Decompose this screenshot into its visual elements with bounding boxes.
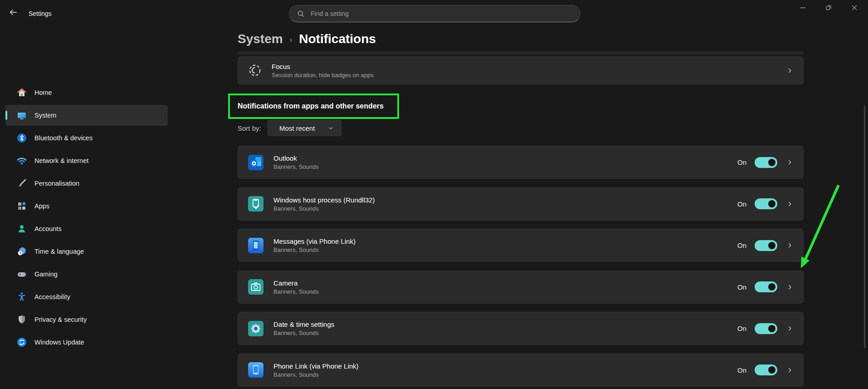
toggle-state-label: On xyxy=(737,241,746,249)
search-icon xyxy=(297,10,305,18)
sidebar-item-privacy-security[interactable]: Privacy & security xyxy=(5,309,168,330)
bluetooth-icon xyxy=(16,133,27,143)
app-row-outlook[interactable]: Outlook Banners, Sounds On xyxy=(238,146,804,179)
sidebar-item-label: Bluetooth & devices xyxy=(34,134,93,142)
phone-link-app-icon xyxy=(248,362,263,378)
sidebar-item-label: Windows Update xyxy=(34,339,84,346)
breadcrumb-separator: › xyxy=(290,34,293,44)
sidebar-item-system[interactable]: System xyxy=(5,105,168,126)
search-box[interactable] xyxy=(289,5,580,22)
chevron-right-icon[interactable] xyxy=(786,159,793,166)
notification-toggle[interactable] xyxy=(755,240,777,251)
sidebar-item-home[interactable]: Home xyxy=(5,82,168,103)
app-row-date-time[interactable]: Date & time settings Banners, Sounds On xyxy=(238,312,804,345)
back-arrow-icon xyxy=(8,7,18,17)
sidebar-item-label: Accounts xyxy=(34,225,62,232)
chevron-right-icon xyxy=(786,67,793,74)
back-button[interactable] xyxy=(6,6,20,18)
toggle-knob xyxy=(768,366,775,374)
restore-button[interactable] xyxy=(815,0,841,15)
sidebar-nav: Home System Bluetooth & devices Network … xyxy=(5,82,168,353)
focus-subtitle: Session duration, hide badges on apps xyxy=(272,72,374,79)
notification-toggle[interactable] xyxy=(755,364,777,375)
chevron-right-icon[interactable] xyxy=(786,201,793,207)
app-subtitle: Banners, Sounds xyxy=(273,246,356,253)
page-title: Notifications xyxy=(299,32,376,46)
app-row-phone-link[interactable]: Phone Link (via Phone Link) Banners, Sou… xyxy=(238,354,804,387)
sidebar-item-label: Gaming xyxy=(34,271,58,278)
minimize-button[interactable] xyxy=(790,0,815,15)
close-button[interactable] xyxy=(841,0,867,15)
network-icon xyxy=(16,155,27,166)
app-name: Windows host process (Rundll32) xyxy=(273,196,375,204)
sidebar-item-label: Personalisation xyxy=(34,180,79,187)
toggle-state-label: On xyxy=(737,158,746,166)
toggle-knob xyxy=(768,283,775,291)
toggle-knob xyxy=(768,325,775,332)
sort-dropdown-value: Most recent xyxy=(279,124,315,132)
accounts-icon xyxy=(16,223,27,234)
toggle-state-label: On xyxy=(737,325,746,332)
app-subtitle: Banners, Sounds xyxy=(273,330,334,336)
selected-indicator xyxy=(5,111,7,120)
app-title: Settings xyxy=(29,10,52,17)
toggle-knob xyxy=(768,200,775,207)
app-name: Phone Link (via Phone Link) xyxy=(273,362,359,370)
sidebar-item-network[interactable]: Network & internet xyxy=(5,150,168,171)
sidebar-item-label: Time & language xyxy=(34,248,84,255)
sidebar-item-windows-update[interactable]: Windows Update xyxy=(5,332,168,353)
toggle-knob xyxy=(768,159,775,166)
chevron-right-icon[interactable] xyxy=(786,367,793,374)
chevron-right-icon[interactable] xyxy=(786,284,793,291)
notification-toggle[interactable] xyxy=(755,198,777,209)
messages-app-icon xyxy=(248,238,263,253)
app-name: Camera xyxy=(273,279,319,287)
sidebar-item-label: System xyxy=(34,112,56,119)
app-row-messages[interactable]: Messages (via Phone Link) Banners, Sound… xyxy=(238,229,804,262)
sidebar-item-label: Network & internet xyxy=(34,157,88,164)
date-time-app-icon xyxy=(248,321,263,336)
personalisation-icon xyxy=(16,178,27,189)
apps-icon xyxy=(16,201,27,212)
app-row-host-process[interactable]: Windows host process (Rundll32) Banners,… xyxy=(238,187,804,221)
app-row-camera[interactable]: Camera Banners, Sounds On xyxy=(238,271,804,304)
sidebar-item-bluetooth[interactable]: Bluetooth & devices xyxy=(5,128,168,148)
chevron-down-icon xyxy=(328,125,334,131)
focus-row[interactable]: Focus Session duration, hide badges on a… xyxy=(238,56,804,84)
notification-toggle[interactable] xyxy=(755,323,777,334)
sort-by-label: Sort by: xyxy=(238,124,261,132)
sidebar-item-accessibility[interactable]: Accessibility xyxy=(5,286,168,307)
sidebar-item-label: Accessibility xyxy=(34,293,70,300)
focus-title: Focus xyxy=(272,63,374,70)
sidebar-item-personalisation[interactable]: Personalisation xyxy=(5,173,168,194)
sidebar-item-label: Apps xyxy=(34,202,49,210)
toggle-state-label: On xyxy=(737,283,746,291)
app-subtitle: Banners, Sounds xyxy=(273,288,319,295)
toggle-state-label: On xyxy=(737,200,746,208)
chevron-right-icon[interactable] xyxy=(786,325,793,332)
chevron-right-icon[interactable] xyxy=(786,242,793,249)
accessibility-icon xyxy=(16,291,27,302)
time-language-icon xyxy=(16,246,27,257)
clipped-previous-row xyxy=(238,51,804,54)
app-subtitle: Banners, Sounds xyxy=(273,163,319,170)
breadcrumb-parent[interactable]: System xyxy=(238,32,283,46)
system-icon xyxy=(16,110,27,121)
sidebar-item-label: Home xyxy=(34,89,52,96)
sidebar-item-time-language[interactable]: Time & language xyxy=(5,241,168,262)
sidebar-item-accounts[interactable]: Accounts xyxy=(5,218,168,239)
app-name: Outlook xyxy=(273,154,319,162)
notification-toggle[interactable] xyxy=(755,157,777,168)
search-input[interactable] xyxy=(310,10,573,18)
sidebar-item-apps[interactable]: Apps xyxy=(5,196,168,217)
app-subtitle: Banners, Sounds xyxy=(273,205,375,212)
app-subtitle: Banners, Sounds xyxy=(273,371,359,378)
app-name: Date & time settings xyxy=(273,320,334,328)
sort-dropdown[interactable]: Most recent xyxy=(268,120,341,136)
windows-update-icon xyxy=(16,337,27,348)
home-icon xyxy=(16,87,27,98)
toggle-state-label: On xyxy=(737,366,746,374)
scrollbar[interactable] xyxy=(864,105,865,348)
notification-toggle[interactable] xyxy=(755,281,777,292)
sidebar-item-gaming[interactable]: Gaming xyxy=(5,264,168,285)
